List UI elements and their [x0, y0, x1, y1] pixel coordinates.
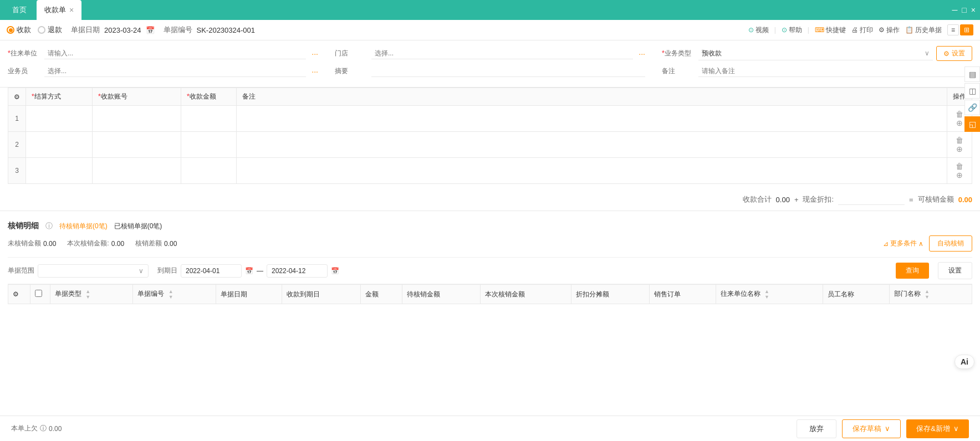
tab-done[interactable]: 已核销单据(0笔): [114, 222, 162, 231]
vcol-current: 本次核销金额: [481, 285, 571, 304]
shop-label: 门店: [335, 49, 368, 58]
list-view-btn[interactable]: ≡: [947, 24, 959, 35]
delete-icon[interactable]: 🗑: [956, 110, 963, 119]
copy-icon[interactable]: ⊕: [956, 171, 963, 180]
shop-field: 门店 ···: [335, 48, 645, 59]
verify-info-icon[interactable]: ⓘ: [45, 221, 53, 231]
account-cell[interactable]: [93, 158, 181, 184]
sort-dept[interactable]: ▲▼: [925, 289, 930, 300]
toolbar-right: ⊙ 视频 | ⊙ 帮助 | ⌨ 快捷键 🖨 打印 ⚙ 操作 📋: [748, 24, 973, 35]
sort-doc-number[interactable]: ▲▼: [169, 289, 173, 300]
settle-method-cell[interactable]: [26, 132, 93, 158]
summary-input[interactable]: [371, 65, 645, 77]
vcol-discount: 折扣分摊额: [571, 285, 649, 304]
stat-diff: 核销差额 0.00: [135, 239, 177, 248]
window-min-btn[interactable]: ─: [952, 6, 957, 14]
save-draft-arrow[interactable]: ∨: [885, 424, 890, 433]
toolbar: 收款 退款 单据日期 2023-03-24 📅 单据编号 SK-20230324…: [0, 20, 980, 40]
calendar-to-icon[interactable]: 📅: [331, 267, 339, 275]
ai-badge[interactable]: Ai: [955, 355, 974, 369]
shortcut-btn[interactable]: ⌨ 快捷键: [815, 25, 846, 35]
delete-icon[interactable]: 🗑: [956, 136, 963, 145]
staff-input[interactable]: [44, 65, 306, 77]
form-settings-btn[interactable]: ⚙ 设置: [936, 46, 972, 61]
sort-from-unit[interactable]: ▲▼: [764, 289, 769, 300]
tab-receipt[interactable]: 收款单 ×: [37, 0, 81, 20]
amount-cell[interactable]: [181, 106, 237, 132]
sort-doc-type[interactable]: ▲▼: [85, 289, 90, 300]
business-type-field: *业务类型 预收款 ∨ ⚙ 设置: [662, 46, 972, 61]
account-cell[interactable]: [93, 132, 181, 158]
vcol-check[interactable]: [30, 285, 50, 304]
equals-sign: =: [909, 196, 913, 204]
tab-pending[interactable]: 待核销单据(0笔): [59, 222, 108, 231]
staff-label: 业务员: [8, 66, 41, 76]
plus-sign: +: [794, 196, 799, 204]
due-date-from[interactable]: [181, 264, 242, 278]
settle-method-cell[interactable]: [26, 106, 93, 132]
auto-verify-btn[interactable]: 自动核销: [929, 235, 972, 252]
window-close-btn[interactable]: ×: [971, 6, 976, 14]
shop-more-icon[interactable]: ···: [639, 49, 645, 58]
business-type-value: 预收款: [702, 49, 722, 58]
sidebar-icon-table[interactable]: ▤: [964, 66, 980, 82]
bottom-info-icon[interactable]: ⓘ: [40, 424, 47, 433]
verify-settings-btn[interactable]: 设置: [938, 262, 972, 279]
copy-icon[interactable]: ⊕: [956, 145, 963, 153]
grid-view-btn[interactable]: ⊞: [960, 24, 973, 35]
save-draft-btn[interactable]: 保存草稿 ∨: [842, 419, 901, 438]
remarks-cell[interactable]: [237, 158, 947, 184]
sidebar-icon-layout[interactable]: ◫: [964, 83, 980, 99]
view-toggle: ≡ ⊞: [947, 24, 973, 35]
account-cell[interactable]: [93, 106, 181, 132]
settle-method-cell[interactable]: [26, 158, 93, 184]
more-conditions-btn[interactable]: ⊿ 更多条件 ∧: [883, 239, 923, 248]
vcol-dept: 部门名称 ▲▼: [889, 285, 972, 304]
save-new-arrow[interactable]: ∨: [953, 424, 959, 433]
copy-icon[interactable]: ⊕: [956, 119, 963, 127]
remarks-cell[interactable]: [237, 132, 947, 158]
staff-more-icon[interactable]: ···: [312, 67, 318, 76]
calendar-icon[interactable]: 📅: [146, 26, 155, 34]
remarks-input[interactable]: [698, 65, 972, 77]
amount-cell[interactable]: [181, 132, 237, 158]
from-unit-more-icon[interactable]: ···: [312, 49, 318, 58]
bottom-info: 本单上欠 ⓘ 0.00: [11, 424, 62, 433]
sidebar-icon-link[interactable]: 🔗: [964, 100, 980, 115]
tab-home[interactable]: 首页: [4, 0, 34, 20]
calendar-from-icon[interactable]: 📅: [245, 267, 253, 275]
save-new-btn[interactable]: 保存&新增 ∨: [906, 419, 969, 438]
range-select[interactable]: ∨: [38, 264, 149, 278]
col-settings[interactable]: ⚙: [8, 88, 26, 106]
amount-cell[interactable]: [181, 158, 237, 184]
select-all-checkbox[interactable]: [35, 290, 42, 297]
history-label: 历史单据: [915, 25, 942, 35]
due-date-to[interactable]: [267, 264, 328, 278]
stat-diff-value: 0.00: [164, 240, 177, 248]
video-btn[interactable]: ⊙ 视频: [748, 25, 769, 35]
from-unit-input[interactable]: [44, 48, 306, 59]
tab-close-icon[interactable]: ×: [69, 6, 74, 14]
tab-done-label: 已核销单据(0笔): [114, 222, 162, 231]
query-btn[interactable]: 查询: [896, 263, 929, 279]
vcol-pending: 待核销金额: [402, 285, 480, 304]
discount-input[interactable]: [838, 194, 905, 205]
doc-date-info: 单据日期 2023-03-24 📅: [71, 25, 155, 35]
history-btn[interactable]: 📋 历史单据: [905, 25, 942, 35]
form-row-2: 业务员 ··· 摘要 备注: [8, 65, 972, 77]
window-max-btn[interactable]: □: [962, 6, 966, 14]
business-type-select[interactable]: 预收款 ∨: [698, 47, 933, 60]
staff-field: 业务员 ···: [8, 65, 318, 77]
sidebar-icon-edit[interactable]: ◱: [964, 116, 980, 132]
vcol-settings[interactable]: ⚙: [8, 285, 30, 304]
delete-icon[interactable]: 🗑: [956, 162, 963, 171]
radio-receive[interactable]: 收款: [7, 25, 31, 35]
available-value: 0.00: [958, 196, 972, 204]
remarks-cell[interactable]: [237, 106, 947, 132]
print-btn[interactable]: 🖨 打印: [851, 25, 873, 35]
abandon-btn[interactable]: 放弃: [797, 419, 836, 438]
operate-btn[interactable]: ⚙ 操作: [879, 25, 900, 35]
shop-input[interactable]: [371, 48, 633, 59]
radio-return[interactable]: 退款: [38, 25, 62, 35]
help-btn[interactable]: ⊙ 帮助: [782, 25, 802, 35]
